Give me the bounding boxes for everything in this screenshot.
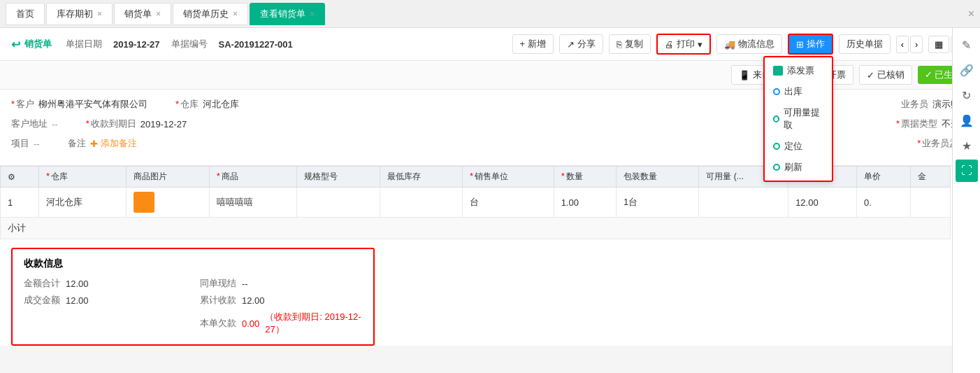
same-order-label: 同单现结 (200, 277, 236, 290)
owed-label: 本单欠款 (200, 317, 236, 330)
sidebar-link-icon[interactable]: 🔗 (956, 59, 978, 81)
doc-header: ↩ 销货单 单据日期 2019-12-27 单据编号 SA-20191227-0… (0, 28, 980, 61)
tab-sales[interactable]: 销货单 × (114, 3, 171, 25)
payment-date-value: 2019-12-27 (140, 119, 187, 129)
sidebar-user-icon[interactable]: 👤 (956, 109, 978, 132)
payment-title: 收款信息 (24, 258, 362, 270)
warehouse-label: 仓库 (175, 98, 199, 111)
cell-unit: 台 (463, 188, 554, 218)
tab-inventory-label: 库存期初 (57, 8, 93, 20)
menu-outbound[interactable]: 出库 (765, 81, 832, 102)
next-icon: › (915, 39, 918, 50)
cell-min-stock (380, 188, 462, 218)
deal-amount-row: 成交金额 12.00 (24, 294, 186, 307)
check-button[interactable]: ✓ 已核销 (859, 65, 912, 85)
grid-icon: ▦ (935, 39, 943, 50)
total-row: 金额合计 12.00 (24, 277, 186, 290)
share-icon: ↗ (567, 39, 575, 50)
cell-warehouse: 河北仓库 (38, 188, 126, 218)
available-qty-icon (773, 115, 779, 122)
print-button[interactable]: 🖨 打印 ▾ (656, 34, 711, 55)
tab-view-sales-label: 查看销货单 (260, 8, 305, 20)
owed-note: （收款到期日: 2019-12-27） (265, 311, 362, 336)
col-spec: 规格型号 (297, 167, 380, 188)
col-image: 商品图片 (127, 167, 209, 188)
operation-dropdown: ⊞ 操作 添发票 出库 可用量提取 (788, 34, 833, 55)
sidebar-expand-icon[interactable]: ⛶ (956, 160, 978, 182)
history-button[interactable]: 历史单据 (839, 34, 891, 54)
cell-spec (297, 188, 380, 218)
note-field: 备注 ✚ 添加备注 (68, 137, 137, 150)
payment-grid: 金额合计 12.00 同单现结 -- 成交金额 12.00 累计收款 12.00… (24, 277, 362, 336)
doc-type-icon: ↩ (11, 38, 20, 51)
tab-inventory-close[interactable]: × (97, 9, 102, 19)
refresh-label: 刷新 (784, 161, 802, 174)
tab-sales-close[interactable]: × (156, 9, 161, 19)
operation-button[interactable]: ⊞ 操作 (788, 34, 833, 55)
tab-home-label: 首页 (16, 8, 34, 20)
cell-amount (911, 188, 951, 218)
operation-icon: ⊞ (796, 39, 804, 50)
deal-amount-label: 成交金额 (24, 294, 60, 307)
add-note-button[interactable]: ✚ 添加备注 (90, 137, 137, 150)
prev-button[interactable]: ‹ (896, 36, 909, 53)
project-field: 项目 -- (11, 137, 40, 150)
next-button[interactable]: › (910, 36, 923, 53)
address-value: -- (52, 119, 58, 129)
locate-icon (773, 143, 780, 150)
logistics-icon: 🚚 (724, 39, 735, 50)
warehouse-value: 河北仓库 (203, 98, 239, 111)
grid-view-toggle[interactable]: ▦ (928, 36, 949, 53)
tab-inventory[interactable]: 库存期初 × (46, 3, 113, 25)
sidebar-refresh-icon[interactable]: ↻ (956, 84, 978, 106)
project-label: 项目 (11, 137, 29, 150)
history-label: 历史单据 (846, 38, 883, 50)
operation-menu: 添发票 出库 可用量提取 定位 (763, 56, 833, 182)
customer-field: 客户 柳州粤港平安气体有限公司 (11, 98, 147, 111)
operation-label: 操作 (807, 38, 825, 50)
share-button[interactable]: ↗ 分享 (559, 34, 603, 54)
add-invoice-label: 添发票 (787, 64, 814, 77)
bill-type-label: 票据类型 (896, 118, 937, 130)
menu-add-invoice[interactable]: 添发票 (765, 60, 832, 81)
sidebar-edit-icon[interactable]: ✎ (956, 34, 978, 56)
outbound-label: 出库 (784, 85, 802, 98)
close-button[interactable]: × (968, 8, 974, 20)
cell-available (699, 188, 788, 218)
outbound-icon (773, 88, 780, 95)
col-warehouse: *仓库 (38, 167, 126, 188)
col-settings[interactable]: ⚙ (1, 167, 39, 188)
total-value: 12.00 (66, 279, 89, 289)
menu-available-qty[interactable]: 可用量提取 (765, 102, 832, 136)
new-button[interactable]: + 新增 (512, 34, 554, 54)
copy-button[interactable]: ⎘ 复制 (609, 34, 651, 54)
add-note-label: 添加备注 (101, 137, 137, 150)
print-icon: 🖨 (665, 39, 674, 50)
payment-date-field: 收款到期日 2019-12-27 (86, 118, 187, 130)
number-label: 单据编号 (171, 38, 208, 50)
cumulative-value: 12.00 (242, 295, 265, 306)
number-value: SA-20191227-001 (219, 39, 293, 50)
tab-home[interactable]: 首页 (6, 3, 45, 25)
doc-meta: 单据日期 2019-12-27 单据编号 SA-20191227-001 (66, 38, 293, 50)
tab-sales-history[interactable]: 销货单历史 × (173, 3, 248, 25)
tab-sales-history-close[interactable]: × (233, 9, 238, 19)
table-row: 1 河北仓库 嘻嘻嘻嘻 台 1.00 1台 12.00 0. (1, 188, 951, 218)
tab-view-sales-close[interactable]: × (310, 9, 315, 19)
owed-value: 0.00 (242, 318, 259, 329)
tab-view-sales[interactable]: 查看销货单 × (250, 3, 325, 25)
tab-sales-label: 销货单 (124, 8, 152, 20)
staff-label: 业务员 (901, 98, 928, 111)
menu-locate[interactable]: 定位 (765, 136, 832, 157)
tab-sales-history-label: 销货单历史 (183, 8, 229, 20)
toolbar: + 新增 ↗ 分享 ⎘ 复制 🖨 打印 ▾ 🚚 物流信息 ⊞ (512, 34, 970, 55)
col-qty: *数量 (554, 167, 616, 188)
locate-label: 定位 (784, 140, 802, 153)
menu-refresh[interactable]: 刷新 (765, 157, 832, 178)
logistics-button[interactable]: 🚚 物流信息 (716, 34, 782, 54)
cell-stock: 12.00 (788, 188, 857, 218)
sidebar-star-icon[interactable]: ★ (956, 134, 978, 157)
cumulative-row: 累计收款 12.00 (200, 294, 362, 307)
effective-icon: ✓ (925, 69, 932, 80)
check-icon: ✓ (867, 70, 874, 80)
